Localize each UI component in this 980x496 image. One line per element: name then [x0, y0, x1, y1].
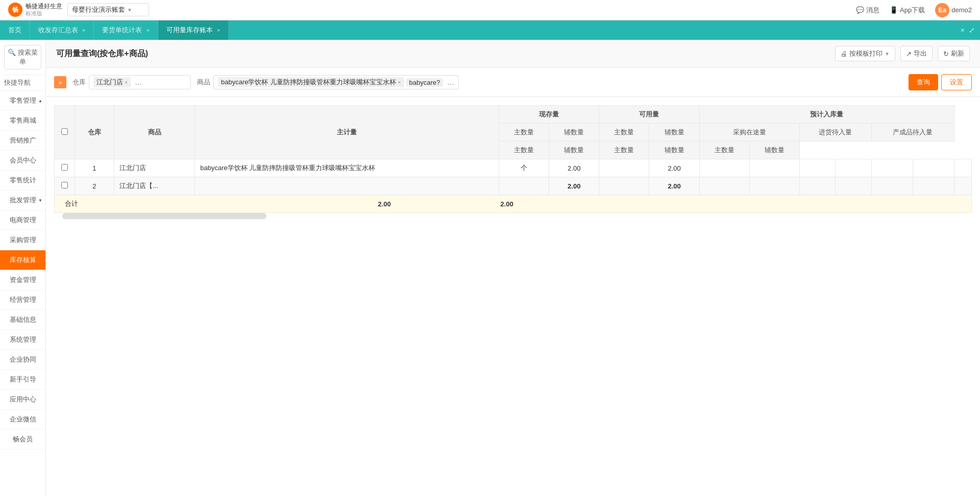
- tab-receive-send-close[interactable]: ×: [82, 27, 85, 33]
- th-purchase-transit: 采购在途量: [699, 124, 799, 141]
- footer-stock-main: 2.00: [354, 200, 415, 208]
- sidebar-item-finance-mgmt[interactable]: 资金管理: [0, 270, 45, 290]
- sidebar-item-marketing[interactable]: 营销推广: [0, 131, 45, 151]
- tab-home[interactable]: 首页: [0, 20, 30, 40]
- sidebar-item-finance-mgmt-label: 资金管理: [10, 276, 36, 284]
- product-dots: ...: [447, 78, 454, 87]
- row2-select[interactable]: [61, 182, 68, 188]
- message-icon: 💬: [856, 6, 864, 14]
- tab-available-stock-close[interactable]: ×: [217, 27, 220, 33]
- top-bar-left: 畅 畅捷通好生意 标准版 母婴行业演示账套 ▼: [8, 3, 149, 17]
- row1-purchase-transit-main: [749, 159, 799, 177]
- sidebar-item-ops-mgmt[interactable]: 经营管理: [0, 290, 45, 310]
- sidebar-item-member-center[interactable]: 会员中心: [0, 151, 45, 171]
- sidebar-item-retail-mgmt[interactable]: 零售管理: [0, 91, 45, 111]
- row2-available-main: 2.00: [649, 177, 699, 195]
- tab-available-stock[interactable]: 可用量库存账本 ×: [158, 20, 229, 40]
- sidebar-item-vip-member[interactable]: 畅会员: [0, 430, 45, 450]
- sidebar-item-system-mgmt-label: 系统管理: [10, 336, 36, 343]
- th-inbound-pending: 进货待入量: [799, 124, 871, 141]
- table-row: 1 江北门店 babycare学饮杯 儿童防摔防撞吸管杯重力球吸嘴杯宝宝水杯 个…: [55, 159, 972, 177]
- sidebar-item-enterprise-wechat[interactable]: 企业微信: [0, 410, 45, 430]
- sidebar-item-ecommerce-mgmt[interactable]: 电商管理: [0, 210, 45, 230]
- logo-icon: 畅: [8, 3, 22, 17]
- row2-no: 2: [75, 177, 114, 195]
- product-filter-group: 商品 babycare学饮杯 儿童防摔防撞吸管杯重力球吸嘴杯宝宝水杯 × bab…: [197, 75, 459, 89]
- row1-purchase-transit-aux: [799, 159, 835, 177]
- tab-order-stats[interactable]: 要货单统计表 ×: [94, 20, 158, 40]
- select-all-checkbox[interactable]: [61, 128, 68, 135]
- refresh-button[interactable]: ↻ 刷新: [938, 46, 970, 61]
- settings-button[interactable]: 设置: [941, 74, 972, 90]
- row1-unit: 个: [499, 159, 549, 177]
- user-profile[interactable]: Ea demo2: [935, 3, 972, 17]
- brand-sub: 标准版: [26, 10, 62, 17]
- sidebar-item-basic-info[interactable]: 基础信息: [0, 310, 45, 330]
- print-label: 按模板打印: [849, 49, 883, 58]
- row1-checkbox[interactable]: [55, 159, 75, 177]
- row2-purchase-transit-main: [749, 177, 799, 195]
- print-dropdown-icon: ▼: [885, 51, 890, 57]
- sidebar-item-purchase-mgmt[interactable]: 采购管理: [0, 230, 45, 250]
- sidebar-item-system-mgmt[interactable]: 系统管理: [0, 330, 45, 350]
- row2-stock-aux: [599, 177, 649, 195]
- sidebar-item-app-center[interactable]: 应用中心: [0, 390, 45, 410]
- row2-purchase-transit-aux: [799, 177, 835, 195]
- print-button[interactable]: 🖨 按模板打印 ▼: [835, 46, 895, 61]
- row1-available-main: 2.00: [649, 159, 699, 177]
- row1-inbound-pending-main: [836, 159, 871, 177]
- sidebar-item-retail-stats[interactable]: 零售统计: [0, 171, 45, 191]
- tab-order-stats-label: 要货单统计表: [102, 26, 142, 35]
- scrollbar-thumb[interactable]: [62, 213, 266, 219]
- warehouse-filter-input[interactable]: 江北门店 × ...: [89, 75, 191, 89]
- bottom-scrollbar[interactable]: [62, 213, 964, 219]
- row1-product: babycare学饮杯 儿童防摔防撞吸管杯重力球吸嘴杯宝宝水杯: [195, 159, 499, 177]
- th-available-main: 主数量: [599, 124, 649, 141]
- filter-expand-button[interactable]: »: [54, 76, 66, 88]
- sidebar-item-new-guide[interactable]: 新手引导: [0, 370, 45, 390]
- row1-inbound-pending-aux: [871, 159, 913, 177]
- row2-warehouse: 江北门店【...: [114, 177, 194, 195]
- sidebar-item-inventory-check[interactable]: 库存核算: [0, 250, 45, 270]
- product-tag-1-remove[interactable]: ×: [398, 79, 401, 85]
- row2-checkbox[interactable]: [55, 177, 75, 195]
- th-checkbox[interactable]: [55, 106, 75, 159]
- message-label: 消息: [866, 6, 879, 15]
- sidebar-item-enterprise-collab[interactable]: 企业协同: [0, 350, 45, 370]
- search-menu-button[interactable]: 🔍 搜索菜单: [4, 45, 41, 69]
- product-filter-input[interactable]: babycare学饮杯 儿童防摔防撞吸管杯重力球吸嘴杯宝宝水杯 × babyca…: [213, 75, 459, 89]
- sidebar-item-quick-nav[interactable]: 快捷导航: [0, 75, 45, 91]
- th-purchase-transit-aux: 辅数量: [549, 141, 599, 159]
- maximize-button[interactable]: ⤢: [969, 26, 975, 34]
- query-button[interactable]: 查询: [909, 74, 938, 90]
- row1-available-aux: [699, 159, 749, 177]
- sidebar-item-enterprise-collab-label: 企业协同: [10, 356, 36, 363]
- tab-receive-send[interactable]: 收发存汇总表 ×: [30, 20, 94, 40]
- th-finished-pending-aux: 辅数量: [749, 141, 799, 159]
- data-table: 仓库 商品 主计量 现存量 可用量 预计入库量 主数量 辅数量 主数量: [54, 105, 972, 195]
- product-tag-1-value: babycare学饮杯 儿童防摔防撞吸管杯重力球吸嘴杯宝宝水杯: [221, 78, 396, 87]
- main-layout: 🔍 搜索菜单 快捷导航 零售管理 零售商城 营销推广 会员中心 零售统计 批发管…: [0, 40, 980, 496]
- app-download-action[interactable]: 📱 App下载: [890, 6, 925, 15]
- sidebar-item-new-guide-label: 新手引导: [10, 375, 36, 383]
- row1-finished-pending-main: [913, 159, 954, 177]
- th-available-aux: 辅数量: [649, 124, 699, 141]
- sidebar-item-wholesale-mgmt[interactable]: 批发管理: [0, 191, 45, 210]
- warehouse-tag-remove[interactable]: ×: [125, 79, 128, 85]
- tab-order-stats-close[interactable]: ×: [146, 27, 149, 33]
- sidebar-item-retail-mgmt-label: 零售管理: [10, 97, 36, 104]
- product-filter-label: 商品: [197, 78, 210, 87]
- export-button[interactable]: ↗ 导出: [900, 46, 933, 61]
- org-selector[interactable]: 母婴行业演示账套 ▼: [67, 3, 149, 16]
- footer-label: 合计: [60, 199, 121, 208]
- avatar: Ea: [935, 3, 949, 17]
- sidebar-item-retail-mall[interactable]: 零售商城: [0, 111, 45, 131]
- th-product: 商品: [114, 106, 194, 159]
- message-action[interactable]: 💬 消息: [856, 6, 879, 15]
- sidebar-item-purchase-mgmt-label: 采购管理: [10, 236, 36, 244]
- sidebar-item-retail-mall-label: 零售商城: [10, 116, 36, 124]
- row1-select[interactable]: [61, 164, 68, 171]
- sidebar-item-ops-mgmt-label: 经营管理: [10, 296, 36, 303]
- close-all-tabs-button[interactable]: ×: [961, 26, 965, 34]
- row2-finished-pending-main: [913, 177, 954, 195]
